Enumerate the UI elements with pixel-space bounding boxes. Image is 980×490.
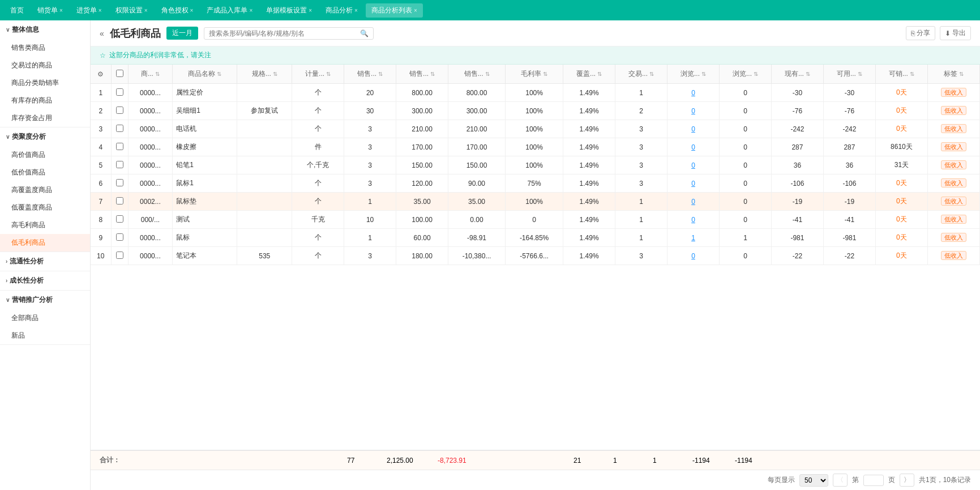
nav-product-analysis-list-close[interactable]: ×	[414, 7, 417, 14]
th-code[interactable]: 商... ⇅	[128, 65, 173, 84]
cell-checkbox[interactable]	[111, 84, 128, 102]
row-checkbox[interactable]	[116, 179, 123, 186]
cell-browse1[interactable]: 0	[667, 102, 720, 120]
row-checkbox[interactable]	[116, 215, 123, 223]
row-checkbox[interactable]	[116, 125, 123, 132]
sidebar-section-marketing-header[interactable]: ∨ 营销推广分析	[0, 291, 90, 309]
cell-browse1[interactable]: 0	[667, 193, 720, 211]
nav-product-analysis-close[interactable]: ×	[354, 7, 358, 14]
nav-home[interactable]: 首页	[5, 3, 29, 18]
cell-checkbox[interactable]	[111, 120, 128, 138]
sidebar-item-high-margin[interactable]: 高毛利商品	[0, 216, 90, 234]
search-input[interactable]	[209, 29, 357, 37]
cell-checkbox[interactable]	[111, 102, 128, 120]
next-page-button[interactable]: 〉	[900, 474, 914, 487]
cell-trade: 3	[615, 247, 667, 265]
nav-role-auth[interactable]: 角色授权 ×	[156, 3, 199, 18]
sidebar-item-low-value[interactable]: 低价值商品	[0, 164, 90, 181]
sidebar-collapse-button[interactable]: «	[100, 29, 104, 38]
nav-purchase-order[interactable]: 进货单 ×	[71, 3, 108, 18]
export-button[interactable]: ⬇ 导出	[940, 26, 971, 40]
th-available[interactable]: 可用... ⇅	[823, 65, 875, 84]
sidebar-item-all-goods[interactable]: 全部商品	[0, 309, 90, 327]
cell-checkbox[interactable]	[111, 247, 128, 265]
cell-browse1[interactable]: 0	[667, 138, 720, 156]
cell-checkbox[interactable]	[111, 174, 128, 193]
row-checkbox[interactable]	[116, 143, 123, 150]
page-input[interactable]: 1	[863, 475, 884, 486]
cell-checkbox[interactable]	[111, 229, 128, 247]
th-trade[interactable]: 交易... ⇅	[615, 65, 667, 84]
prev-page-button[interactable]: 〈	[833, 474, 848, 487]
sidebar-section-growth-header[interactable]: › 成长性分析	[0, 271, 90, 290]
cell-checkbox[interactable]	[111, 138, 128, 156]
cell-browse1[interactable]: 1	[667, 229, 720, 247]
th-unit[interactable]: 计量... ⇅	[292, 65, 344, 84]
select-all-checkbox[interactable]	[116, 70, 123, 77]
th-sales-qty[interactable]: 销售... ⇅	[344, 65, 396, 84]
sidebar-item-stock-capital[interactable]: 库存资金占用	[0, 109, 90, 127]
th-browse2[interactable]: 浏览... ⇅	[720, 65, 772, 84]
nav-product-in[interactable]: 产成品入库单 ×	[201, 3, 258, 18]
th-spec[interactable]: 规格... ⇅	[237, 65, 292, 84]
sidebar-item-high-coverage[interactable]: 高覆盖度商品	[0, 181, 90, 199]
share-button[interactable]: ⎘ 分享	[906, 26, 935, 40]
nav-product-in-close[interactable]: ×	[249, 7, 253, 14]
cell-checkbox[interactable]	[111, 211, 128, 229]
filter-tag-button[interactable]: 近一月	[166, 27, 198, 40]
content-area: « 低毛利商品 近一月 🔍 ⎘ 分享 ⬇ 导出 ☆ 这部分商品的利润非常低，	[91, 20, 980, 490]
row-checkbox[interactable]	[116, 161, 123, 168]
sidebar-item-low-coverage[interactable]: 低覆盖度商品	[0, 199, 90, 216]
cell-browse1[interactable]: 0	[667, 84, 720, 102]
nav-product-analysis-list[interactable]: 商品分析列表 ×	[366, 3, 423, 18]
nav-permission[interactable]: 权限设置 ×	[110, 3, 153, 18]
row-checkbox[interactable]	[116, 197, 123, 204]
per-page-select[interactable]: 50 100 200	[799, 474, 828, 487]
cell-browse1[interactable]: 0	[667, 247, 720, 265]
sidebar-item-low-margin[interactable]: 低毛利商品	[0, 234, 90, 252]
cell-checkbox[interactable]	[111, 156, 128, 174]
th-settings[interactable]: ⚙	[91, 65, 111, 84]
cell-checkbox[interactable]	[111, 193, 128, 211]
sidebar-section-circulation-header[interactable]: › 流通性分析	[0, 252, 90, 271]
th-stock[interactable]: 现有... ⇅	[771, 65, 823, 84]
nav-template-setting[interactable]: 单据模板设置 ×	[260, 3, 318, 18]
nav-purchase-order-close[interactable]: ×	[99, 7, 102, 14]
sidebar-item-new-goods[interactable]: 新品	[0, 327, 90, 344]
row-checkbox[interactable]	[116, 252, 123, 259]
cell-stock: -41	[771, 211, 823, 229]
cell-browse1[interactable]: 0	[667, 156, 720, 174]
th-saleable[interactable]: 可销... ⇅	[875, 65, 927, 84]
sidebar-section-overall-header[interactable]: ∨ 整体信息	[0, 20, 90, 39]
cell-code: 000/...	[128, 211, 173, 229]
sidebar-item-traded-goods[interactable]: 交易过的商品	[0, 57, 90, 74]
row-checkbox[interactable]	[116, 106, 123, 114]
sidebar-item-category-sales-rate[interactable]: 商品分类助销率	[0, 74, 90, 92]
th-browse1[interactable]: 浏览... ⇅	[667, 65, 720, 84]
sidebar-section-cluster-header[interactable]: ∨ 类聚度分析	[0, 127, 90, 146]
th-gross-rate[interactable]: 毛利率 ⇅	[506, 65, 563, 84]
nav-sales-order-close[interactable]: ×	[59, 7, 63, 14]
th-name[interactable]: 商品名称 ⇅	[173, 65, 237, 84]
th-sales-price[interactable]: 销售... ⇅	[396, 65, 448, 84]
th-checkbox[interactable]	[111, 65, 128, 84]
cell-gross-rate: 100%	[506, 120, 563, 138]
nav-product-analysis[interactable]: 商品分析 ×	[320, 3, 363, 18]
sidebar-item-in-stock-goods[interactable]: 有库存的商品	[0, 92, 90, 109]
search-icon[interactable]: 🔍	[360, 29, 369, 37]
cell-browse1[interactable]: 0	[667, 120, 720, 138]
row-checkbox[interactable]	[116, 88, 123, 96]
th-tag[interactable]: 标签 ⇅	[927, 65, 979, 84]
row-checkbox[interactable]	[116, 233, 123, 241]
cell-browse1[interactable]: 0	[667, 174, 720, 193]
cell-spec	[237, 84, 292, 102]
th-sales-amount[interactable]: 销售... ⇅	[448, 65, 506, 84]
sidebar-item-high-value[interactable]: 高价值商品	[0, 146, 90, 164]
th-coverage[interactable]: 覆盖... ⇅	[563, 65, 615, 84]
nav-template-close[interactable]: ×	[309, 7, 312, 14]
cell-browse1[interactable]: 0	[667, 211, 720, 229]
nav-permission-close[interactable]: ×	[144, 7, 148, 14]
sidebar-item-sales-goods[interactable]: 销售类商品	[0, 39, 90, 57]
nav-role-auth-close[interactable]: ×	[190, 7, 194, 14]
nav-sales-order[interactable]: 销货单 ×	[32, 3, 69, 18]
